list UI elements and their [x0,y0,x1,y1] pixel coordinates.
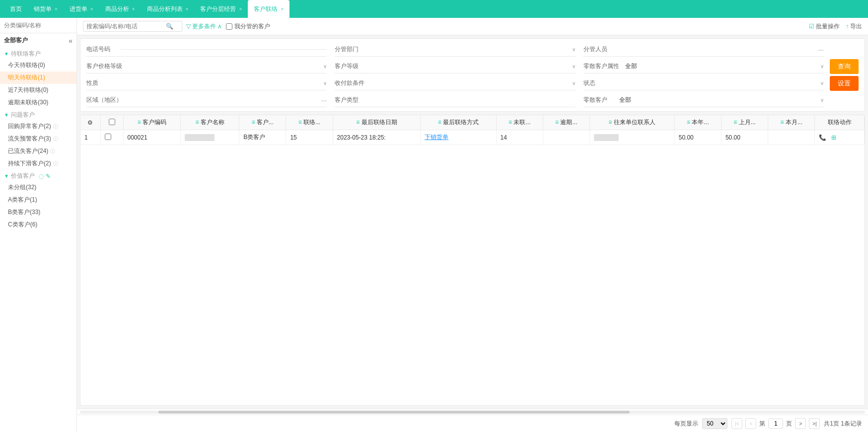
chevron-down-icon[interactable]: ∨ [572,64,576,69]
filter-phone: 电话号码 [86,43,327,57]
more-icon[interactable]: ··· [818,46,824,54]
cell-index: 1 [80,130,100,145]
nav-purchase-order[interactable]: 进货单 × [64,0,99,18]
close-icon[interactable]: × [239,6,242,12]
close-icon[interactable]: × [90,6,93,12]
query-button[interactable]: 查询 [830,59,859,74]
nav-product-analysis-list[interactable]: 商品分析列表 × [141,0,195,18]
sidebar-item-churned[interactable]: 已流失客户(24) ⓘ [0,145,76,157]
phone-action-icon[interactable]: 📞 [819,134,826,141]
search-icon[interactable]: 🔍 [166,23,173,30]
next-page-button[interactable]: > [795,418,806,429]
my-customers-checkbox[interactable] [226,23,232,30]
col-settings[interactable]: ⚙ [80,115,100,130]
close-icon[interactable]: × [132,6,135,12]
edit-icon[interactable]: ✎ [46,173,51,180]
sidebar-search-container: 🔍 [0,18,76,33]
chevron-down-icon[interactable]: ∨ [820,64,824,69]
filter-person: 分管人员 ··· [583,43,824,57]
sidebar-item-declining[interactable]: 持续下滑客户(2) ⓘ [0,157,76,170]
close-icon[interactable]: × [55,6,58,12]
chevron-down-icon[interactable]: ∨ [572,47,576,52]
my-customers-checkbox-label[interactable]: 我分管的客户 [226,22,270,31]
sidebar-group-pending: ▼ 待联络客户 [0,48,76,59]
sidebar-search-input[interactable] [4,22,77,29]
filter-nature-label: 性质 [86,79,116,87]
chevron-down-icon[interactable]: ∨ [820,80,824,86]
more-icon[interactable]: ··· [321,96,327,104]
row-checkbox[interactable] [105,134,111,140]
col-contact-header: ≡ 联络... [286,115,333,130]
sidebar-item-ungrouped[interactable]: 未分组(32) [0,181,76,194]
close-icon[interactable]: × [281,6,284,12]
select-all-checkbox[interactable] [109,119,115,125]
filter-scattered-customer: 零散客户 全部 ∨ [583,93,824,107]
cell-checkbox [100,130,123,145]
export-button[interactable]: ↑ 导出 [846,22,862,31]
last-page-button[interactable]: >| [809,418,820,429]
batch-operation-button[interactable]: ☑ 批量操作 [809,22,840,31]
chevron-down-icon[interactable]: ∨ [820,97,824,103]
refresh-icon[interactable]: ◌ [39,173,44,180]
filter-fields: 电话号码 分管部门 ∨ 分管人员 ··· [86,43,824,107]
col-last-month-header: ≡ 上月... [721,115,768,130]
sidebar-item-7days[interactable]: 近7天待联络(0) [0,84,76,96]
filter-action-buttons: 查询 设置 [824,43,859,107]
settings-button[interactable]: 设置 [830,76,859,91]
filter-row-4: 区域（地区） ··· 客户类型 零散客户 全部 ∨ [86,93,824,107]
filter-customer-level-label: 客户等级 [335,62,364,71]
cell-overdue [543,130,589,145]
sort-icon: ≡ [298,119,302,126]
sidebar-item-c-customers[interactable]: C类客户(6) [0,218,76,231]
filter-scattered-attr-label: 零散客户属性 [583,62,619,71]
chevron-down-icon[interactable]: ∨ [572,80,576,86]
cell-last-contact-date: 2023-05-23 18:25: [333,130,421,145]
filter-price-level: 客户价格等级 ∨ [86,60,327,73]
filter-status: 状态 ∨ [583,76,824,90]
sidebar-item-overdue[interactable]: 逾期未联络(30) [0,96,76,109]
filter-row-2: 客户价格等级 ∨ 客户等级 ∨ 零散客户属性 全部 ∨ [86,60,824,73]
scrollbar-thumb[interactable] [158,411,630,414]
chevron-down-icon[interactable]: ∨ [323,80,327,86]
sidebar-item-today[interactable]: 今天待联络(0) [0,59,76,72]
nav-product-analysis[interactable]: 商品分析 × [99,0,141,18]
filter-payment-terms: 收付款条件 ∨ [335,76,575,90]
page-number-input[interactable] [768,419,783,429]
filter-scattered-customer-value: 全部 [619,96,631,104]
grid-action-icon[interactable]: ⊞ [831,134,836,141]
nav-home[interactable]: 首页 [4,0,28,18]
nav-sales-order[interactable]: 销货单 × [28,0,64,18]
arrow-icon: ▼ [4,173,9,179]
col-action-header: 联络动作 [815,115,865,130]
nav-customer-tier[interactable]: 客户分层经营 × [194,0,248,18]
nav-customer-contact[interactable]: 客户联络 × [248,0,289,18]
sidebar-item-repurchase-abnormal[interactable]: 回购异常客户(2) ⓘ [0,120,76,133]
cell-this-year: 50.00 [674,130,721,145]
filter-price-level-label: 客户价格等级 [86,62,122,71]
last-contact-method-link[interactable]: 下销货单 [425,134,448,141]
close-icon[interactable]: × [186,6,189,12]
table-header-row: ⚙ ≡ 客户编码 ≡ 客户名称 ≡ 客户... ≡ 联络... ≡ 最后联络日期… [80,115,865,130]
sort-icon: ≡ [356,119,360,126]
sidebar-item-b-customers[interactable]: B类客户(33) [0,206,76,218]
sidebar-all-customers[interactable]: 全部客户 « [0,33,76,48]
horizontal-scrollbar[interactable] [77,409,868,415]
prev-page-button[interactable]: < [745,418,756,429]
search-input[interactable] [86,23,166,30]
chevron-down-icon[interactable]: ∨ [323,64,327,69]
settings-icon[interactable]: ⚙ [87,119,93,126]
sidebar-item-tomorrow[interactable]: 明天待联络(1) [0,72,76,84]
filter-person-label: 分管人员 [583,45,613,54]
filter-scattered-attr: 零散客户属性 全部 ∨ [583,60,824,73]
col-code-header: ≡ 客户编码 [123,115,181,130]
per-page-select[interactable]: 50 100 200 [702,418,727,429]
filter-phone-label: 电话号码 [86,45,116,54]
first-page-button[interactable]: |< [731,418,742,429]
sort-icon: ≡ [609,119,612,126]
collapse-icon: « [69,37,72,45]
info-icon: ⓘ [50,148,55,155]
sort-icon: ≡ [252,119,255,126]
more-filter-button[interactable]: ▽ 更多条件 ∧ [186,22,222,31]
sidebar-item-churn-warning[interactable]: 流失预警客户(3) ⓘ [0,133,76,145]
sidebar-item-a-customers[interactable]: A类客户(1) [0,194,76,206]
